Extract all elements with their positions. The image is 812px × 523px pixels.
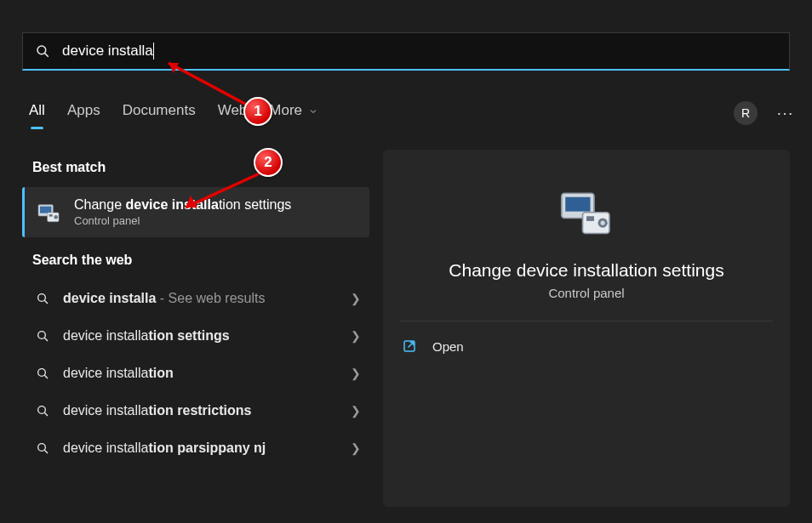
filter-tabs-row: All Apps Documents Web More R ⋯ bbox=[29, 95, 795, 131]
svg-point-7 bbox=[38, 294, 46, 302]
best-match-heading: Best match bbox=[32, 160, 369, 175]
search-input[interactable]: device installa bbox=[62, 43, 153, 60]
web-results-list: device installa - See web results ❯ devi… bbox=[22, 280, 369, 467]
svg-point-13 bbox=[38, 406, 46, 414]
chevron-right-icon: ❯ bbox=[351, 329, 361, 343]
svg-rect-3 bbox=[40, 206, 51, 213]
search-icon bbox=[36, 292, 49, 305]
open-action[interactable]: Open bbox=[393, 327, 780, 366]
tab-documents[interactable]: Documents bbox=[123, 102, 196, 124]
preview-title: Change device installation settings bbox=[383, 260, 790, 281]
filter-tabs: All Apps Documents Web More bbox=[29, 102, 318, 124]
web-result-item[interactable]: device installation restrictions ❯ bbox=[22, 392, 369, 429]
svg-line-8 bbox=[44, 300, 48, 304]
web-result-label: device installation parsippany nj bbox=[63, 441, 337, 456]
svg-line-1 bbox=[45, 54, 49, 57]
best-match-title: Change device installation settings bbox=[74, 197, 291, 213]
svg-line-10 bbox=[44, 338, 48, 341]
svg-point-0 bbox=[37, 46, 46, 54]
tab-all[interactable]: All bbox=[29, 102, 45, 124]
web-result-label: device installa - See web results bbox=[63, 291, 337, 306]
results-column: Best match Change device installation se… bbox=[22, 145, 369, 467]
chevron-right-icon: ❯ bbox=[351, 404, 361, 418]
open-external-icon bbox=[402, 338, 417, 354]
tab-apps[interactable]: Apps bbox=[67, 102, 100, 124]
svg-point-11 bbox=[38, 369, 46, 377]
search-web-heading: Search the web bbox=[32, 253, 369, 268]
preview-panel: Change device installation settings Cont… bbox=[383, 150, 790, 507]
device-settings-large-icon bbox=[556, 184, 617, 245]
chevron-right-icon: ❯ bbox=[351, 441, 361, 455]
svg-rect-18 bbox=[565, 197, 590, 212]
web-result-label: device installation bbox=[63, 366, 337, 381]
svg-line-14 bbox=[44, 412, 48, 416]
svg-point-15 bbox=[38, 444, 46, 452]
tab-web[interactable]: Web bbox=[218, 102, 248, 124]
web-result-label: device installation restrictions bbox=[63, 403, 337, 418]
svg-point-9 bbox=[38, 332, 46, 339]
best-match-subtitle: Control panel bbox=[74, 214, 291, 227]
tab-more[interactable]: More bbox=[269, 102, 317, 124]
preview-subtitle: Control panel bbox=[383, 286, 790, 300]
chevron-right-icon: ❯ bbox=[351, 367, 361, 380]
best-match-result[interactable]: Change device installation settings Cont… bbox=[22, 187, 369, 237]
web-result-label: device installation settings bbox=[63, 328, 337, 344]
search-bar[interactable]: device installa bbox=[22, 32, 790, 71]
web-result-item[interactable]: device installation parsippany nj ❯ bbox=[22, 429, 369, 467]
svg-line-16 bbox=[44, 450, 48, 453]
svg-rect-6 bbox=[49, 214, 53, 217]
web-result-item[interactable]: device installation settings ❯ bbox=[22, 317, 369, 355]
search-icon bbox=[36, 404, 49, 418]
search-icon bbox=[36, 441, 49, 455]
svg-point-5 bbox=[54, 215, 58, 219]
chevron-down-icon bbox=[308, 106, 318, 117]
search-icon bbox=[35, 43, 50, 59]
web-result-item[interactable]: device installa - See web results ❯ bbox=[22, 280, 369, 317]
more-options-button[interactable]: ⋯ bbox=[776, 103, 795, 123]
svg-line-12 bbox=[44, 375, 48, 378]
device-settings-icon bbox=[35, 199, 62, 226]
svg-rect-22 bbox=[586, 216, 594, 221]
web-result-item[interactable]: device installation ❯ bbox=[22, 355, 369, 392]
svg-point-21 bbox=[601, 221, 605, 225]
search-icon bbox=[36, 329, 49, 343]
open-label: Open bbox=[432, 339, 464, 354]
search-icon bbox=[36, 367, 49, 380]
chevron-right-icon: ❯ bbox=[351, 292, 361, 305]
user-avatar[interactable]: R bbox=[734, 101, 758, 125]
